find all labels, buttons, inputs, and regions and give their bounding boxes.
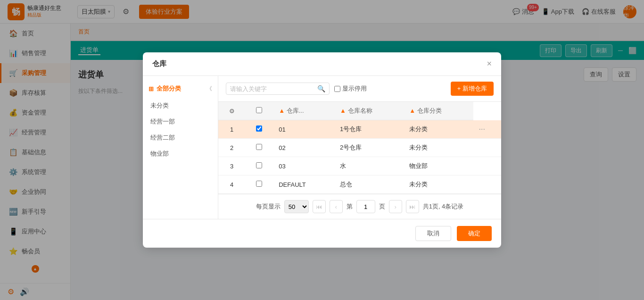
category-item-operation2[interactable]: 经营二部 (143, 130, 218, 146)
modal-header: 仓库 × (143, 52, 501, 76)
sort-icon-cat: ▲ (409, 107, 415, 114)
modal-title: 仓库 (152, 59, 166, 68)
row-category: 物业部 (404, 157, 473, 175)
row-checkbox[interactable] (245, 175, 273, 194)
all-category-label: ⊞ 全部分类 (149, 84, 181, 93)
right-panel: 🔍 显示停用 + 新增仓库 ⚙ (218, 76, 501, 219)
table-row[interactable]: 4 DEFAULT 总仓 未分类 (218, 175, 501, 194)
left-panel-header[interactable]: ⊞ 全部分类 《 (143, 82, 218, 98)
row-name: 水 (334, 157, 404, 175)
row-num: 2 (218, 139, 245, 157)
row-category: 未分类 (404, 120, 473, 139)
per-page-select[interactable]: 102050100 (284, 200, 309, 213)
table-row[interactable]: 2 02 2号仓库 未分类 (218, 139, 501, 157)
modal-body: ⊞ 全部分类 《 未分类 经营一部 经营二部 物业部 🔍 (143, 76, 501, 219)
prev-page-btn[interactable]: ‹ (330, 200, 343, 213)
col-name: ▲ 仓库名称 (334, 102, 404, 120)
search-input[interactable] (230, 85, 314, 92)
left-panel: ⊞ 全部分类 《 未分类 经营一部 经营二部 物业部 (143, 76, 218, 219)
page-input[interactable] (356, 200, 375, 213)
sort-icon-name: ▲ (340, 107, 346, 114)
warehouse-table: ⚙ ▲ 仓库... ▲ (218, 102, 501, 194)
warehouse-modal: 仓库 × ⊞ 全部分类 《 未分类 经营一部 经营二部 物业部 (143, 52, 501, 248)
row-num: 4 (218, 175, 245, 194)
grid-icon: ⊞ (149, 85, 154, 92)
col-settings[interactable]: ⚙ (218, 102, 245, 120)
table-row[interactable]: 1 01 1号仓库 未分类 ··· (218, 120, 501, 139)
modal-overlay[interactable]: 仓库 × ⊞ 全部分类 《 未分类 经营一部 经营二部 物业部 (0, 0, 644, 300)
last-page-btn[interactable]: ⏭ (406, 200, 419, 213)
select-all-checkbox[interactable] (256, 107, 262, 113)
row-code: 03 (273, 157, 334, 175)
add-warehouse-btn[interactable]: + 新增仓库 (451, 82, 494, 96)
row-code: 02 (273, 139, 334, 157)
show-disabled-checkbox[interactable] (334, 86, 340, 92)
col-category: ▲ 仓库分类 (404, 102, 473, 120)
table-wrap: ⚙ ▲ 仓库... ▲ (218, 102, 501, 194)
collapse-icon[interactable]: 《 (206, 85, 212, 93)
modal-footer: 取消 确定 (143, 219, 501, 248)
row-num: 1 (218, 120, 245, 139)
next-page-btn[interactable]: › (389, 200, 402, 213)
row-num: 3 (218, 157, 245, 175)
row-category: 未分类 (404, 175, 473, 194)
show-disabled-label[interactable]: 显示停用 (334, 84, 367, 93)
row-checkbox[interactable] (245, 120, 273, 139)
search-box: 🔍 (226, 83, 330, 95)
category-item-uncategorized[interactable]: 未分类 (143, 98, 218, 114)
first-page-btn[interactable]: ⏮ (313, 200, 326, 213)
col-checkbox[interactable] (245, 102, 273, 120)
category-item-operation1[interactable]: 经营一部 (143, 114, 218, 130)
search-icon: 🔍 (317, 85, 325, 92)
row-name: 1号仓库 (334, 120, 404, 139)
row-checkbox[interactable] (245, 157, 273, 175)
table-row[interactable]: 3 03 水 物业部 (218, 157, 501, 175)
right-toolbar: 🔍 显示停用 + 新增仓库 (218, 76, 501, 102)
sort-icon: ▲ (279, 107, 285, 114)
pagination: 每页显示 102050100 ⏮ ‹ 第 页 › ⏭ 共1页, 4条记录 (218, 194, 501, 219)
cancel-btn[interactable]: 取消 (415, 226, 451, 241)
row-actions[interactable]: ··· (473, 120, 501, 139)
modal-close-btn[interactable]: × (487, 59, 492, 69)
row-code: 01 (273, 120, 334, 139)
confirm-btn[interactable]: 确定 (457, 226, 492, 241)
row-code: DEFAULT (273, 175, 334, 194)
row-name: 2号仓库 (334, 139, 404, 157)
row-category: 未分类 (404, 139, 473, 157)
row-name: 总仓 (334, 175, 404, 194)
category-item-property[interactable]: 物业部 (143, 146, 218, 162)
table-header-row: ⚙ ▲ 仓库... ▲ (218, 102, 501, 120)
row-checkbox[interactable] (245, 139, 273, 157)
col-code: ▲ 仓库... (273, 102, 334, 120)
